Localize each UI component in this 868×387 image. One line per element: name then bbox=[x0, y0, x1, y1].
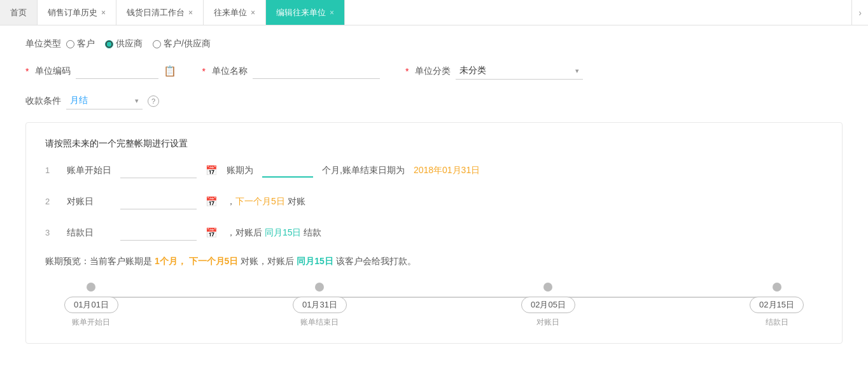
tab-more-button[interactable]: › bbox=[851, 0, 868, 25]
radio-supplier-label: 供应商 bbox=[116, 38, 143, 50]
chevron-down-icon-payment: ▾ bbox=[135, 97, 139, 105]
timeline-badge-1: 01月01日 bbox=[64, 297, 118, 313]
unit-type-label: 单位类型 bbox=[25, 38, 61, 50]
radio-customer-label: 客户 bbox=[77, 38, 95, 50]
payment-row: 收款条件 月结 ▾ ? bbox=[25, 92, 843, 109]
tab-cashflow-close[interactable]: × bbox=[188, 8, 193, 17]
tab-cashflow-label: 钱货日清工作台 bbox=[127, 7, 185, 18]
unit-name-label: 单位名称 bbox=[212, 66, 248, 77]
period-input[interactable]: 1 bbox=[262, 164, 313, 178]
unit-type-field: 单位类型 客户 供应商 客户/供应商 bbox=[25, 38, 211, 50]
timeline-badge-2: 01月31日 bbox=[293, 297, 347, 313]
preview-middle: 对账，对账后 bbox=[241, 256, 297, 266]
timeline-dot-1 bbox=[87, 283, 95, 292]
section-title: 请按照未来的一个完整帐期进行设置 bbox=[45, 138, 823, 150]
timeline-node-1: 01月01日 账单开始日 bbox=[64, 283, 118, 328]
unit-class-select[interactable]: 未分类 ▾ bbox=[456, 62, 583, 80]
calendar-icon-start[interactable]: 📅 bbox=[206, 165, 218, 176]
data-row-2: 2 对账日 2018-02-05 📅 ，下一个月5日 对账 bbox=[45, 194, 823, 209]
tab-partner-close[interactable]: × bbox=[251, 8, 255, 17]
timeline-nodes: 01月01日 账单开始日 01月31日 账单结束日 02月05日 对账日 bbox=[64, 283, 804, 328]
help-icon-payment[interactable]: ? bbox=[148, 95, 159, 107]
timeline-label-1: 账单开始日 bbox=[72, 317, 110, 328]
unit-name-input[interactable]: 河南供应商22 bbox=[253, 63, 380, 79]
tabs-bar: 首页 销售订单历史 × 钱货日清工作台 × 往来单位 × 编辑往来单位 × › bbox=[0, 0, 868, 25]
radio-supplier[interactable]: 供应商 bbox=[105, 38, 143, 50]
calendar-icon-reconcile[interactable]: 📅 bbox=[206, 196, 218, 208]
timeline-badge-3: 02月05日 bbox=[521, 297, 575, 313]
radio-supplier-input[interactable] bbox=[105, 40, 113, 48]
row-1-desc-before: 账期为 bbox=[227, 165, 253, 176]
unit-class-label: 单位分类 bbox=[415, 66, 451, 77]
unit-name-required: * bbox=[202, 66, 205, 76]
tab-edit-partner[interactable]: 编辑往来单位 × bbox=[266, 0, 345, 25]
tab-sales-history[interactable]: 销售订单历史 × bbox=[38, 0, 116, 25]
tab-partner-label: 往来单位 bbox=[214, 7, 247, 18]
unit-name-field: * 单位名称 河南供应商22 bbox=[202, 63, 379, 79]
data-row-3: 3 结款日 2018-02-15 📅 ，对账后 同月15日 结款 bbox=[45, 225, 823, 241]
timeline-label-4: 结款日 bbox=[766, 317, 788, 328]
timeline-node-2: 01月31日 账单结束日 bbox=[293, 283, 347, 328]
timeline-dot-2 bbox=[315, 283, 324, 292]
radio-both-label: 客户/供应商 bbox=[164, 38, 211, 50]
chevron-right-icon: › bbox=[858, 8, 862, 18]
radio-both[interactable]: 客户/供应商 bbox=[153, 38, 211, 50]
row-num-1: 1 bbox=[45, 165, 58, 175]
preview-p2: 下一个月5日 bbox=[189, 256, 239, 266]
unit-info-row: * 单位编码 000001 📋 * 单位名称 河南供应商22 * 单位分类 未分… bbox=[25, 62, 843, 80]
unit-code-label: 单位编码 bbox=[35, 66, 71, 77]
preview-suffix: 该客户会给我打款。 bbox=[336, 256, 416, 266]
tab-home-label: 首页 bbox=[10, 7, 27, 18]
row-2-desc: ，下一个月5日 对账 bbox=[227, 196, 305, 208]
row-label-3: 结款日 bbox=[67, 227, 111, 239]
preview-p1: 1个月， bbox=[155, 256, 186, 266]
timeline-container: 01月01日 账单开始日 01月31日 账单结束日 02月05日 对账日 bbox=[45, 283, 823, 328]
row-label-2: 对账日 bbox=[67, 196, 111, 208]
tab-home[interactable]: 首页 bbox=[0, 0, 38, 25]
unit-code-required: * bbox=[25, 66, 29, 76]
preview-text: 账期预览：当前客户账期是 1个月， 下一个月5日 对账，对账后 同月15日 该客… bbox=[45, 256, 823, 267]
unit-type-row: 单位类型 客户 供应商 客户/供应商 bbox=[25, 38, 843, 50]
unit-class-value: 未分类 bbox=[459, 65, 571, 76]
unit-class-required: * bbox=[405, 66, 409, 76]
preview-prefix: 账期预览：当前客户账期是 bbox=[45, 256, 152, 266]
tab-cashflow[interactable]: 钱货日清工作台 × bbox=[116, 0, 204, 25]
preview-p3: 同月15日 bbox=[297, 256, 333, 266]
timeline-node-3: 02月05日 对账日 bbox=[521, 283, 575, 328]
row-num-3: 3 bbox=[45, 228, 58, 237]
timeline-node-4: 02月15日 结款日 bbox=[750, 283, 804, 328]
reconcile-date-input[interactable]: 2018-02-05 bbox=[120, 194, 197, 209]
tab-edit-partner-label: 编辑往来单位 bbox=[276, 7, 326, 18]
radio-both-input[interactable] bbox=[153, 40, 161, 48]
unit-type-radio-group: 客户 供应商 客户/供应商 bbox=[66, 38, 211, 50]
payment-select[interactable]: 月结 ▾ bbox=[66, 92, 143, 109]
chevron-down-icon-class: ▾ bbox=[575, 67, 579, 75]
calendar-icon-payment[interactable]: 📅 bbox=[206, 227, 218, 239]
timeline-dot-3 bbox=[543, 283, 552, 292]
settings-section: 请按照未来的一个完整帐期进行设置 1 账单开始日 2018-01-01 📅 账期… bbox=[25, 122, 843, 344]
payment-value: 月结 bbox=[70, 95, 131, 106]
unit-code-field: * 单位编码 000001 📋 bbox=[25, 63, 176, 79]
tab-sales-history-label: 销售订单历史 bbox=[48, 7, 97, 18]
tab-sales-history-close[interactable]: × bbox=[101, 8, 106, 17]
row-3-desc: ，对账后 同月15日 结款 bbox=[227, 227, 321, 239]
start-date-input[interactable]: 2018-01-01 bbox=[120, 162, 197, 178]
payment-date-input[interactable]: 2018-02-15 bbox=[120, 225, 197, 241]
timeline-badge-4: 02月15日 bbox=[750, 297, 804, 313]
page-content: 单位类型 客户 供应商 客户/供应商 * 单位编码 00000 bbox=[0, 25, 868, 387]
data-row-1: 1 账单开始日 2018-01-01 📅 账期为 1 个月,账单结束日期为 20… bbox=[45, 162, 823, 178]
unit-class-field: * 单位分类 未分类 ▾ bbox=[405, 62, 583, 80]
row-1-date-highlight: 2018年01月31日 bbox=[414, 165, 480, 176]
payment-field: 收款条件 月结 ▾ ? bbox=[25, 92, 159, 109]
calendar-icon-code[interactable]: 📋 bbox=[164, 65, 176, 77]
row-1-desc-after: 个月,账单结束日期为 bbox=[322, 165, 405, 176]
row-label-1: 账单开始日 bbox=[67, 165, 111, 176]
unit-code-input[interactable]: 000001 bbox=[76, 63, 158, 79]
radio-customer-input[interactable] bbox=[66, 40, 74, 48]
timeline-dot-4 bbox=[773, 283, 781, 292]
tab-partner[interactable]: 往来单位 × bbox=[204, 0, 266, 25]
payment-label: 收款条件 bbox=[25, 95, 61, 107]
timeline-label-3: 对账日 bbox=[536, 317, 559, 328]
radio-customer[interactable]: 客户 bbox=[66, 38, 95, 50]
tab-edit-partner-close[interactable]: × bbox=[330, 8, 334, 17]
